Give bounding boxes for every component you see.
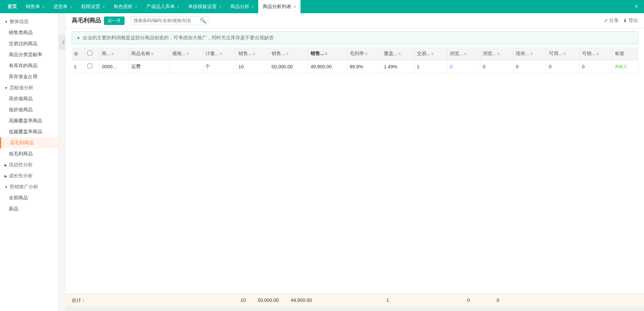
col-checkbox bbox=[85, 47, 100, 60]
top-nav: 首页 销售单 × 进货单 × 权限设置 × 角色授权 × 产成品入库单 × 单据… bbox=[0, 0, 644, 13]
tab-analysis-list[interactable]: 商品分析列表 × bbox=[258, 0, 300, 13]
tab-template[interactable]: 单据模板设置 × bbox=[184, 0, 226, 13]
tab-home[interactable]: 首页 bbox=[3, 0, 21, 13]
col-sales-cost[interactable]: 销售...⇅ bbox=[308, 47, 347, 60]
col-transaction[interactable]: 交易...⇅ bbox=[414, 47, 447, 60]
cell-unit: 个 bbox=[203, 60, 236, 73]
footer-transaction: 1 bbox=[366, 297, 391, 303]
close-tab-permission[interactable]: × bbox=[102, 4, 105, 9]
sidebar-item-high-value[interactable]: 高价值商品 bbox=[0, 93, 58, 104]
col-tag[interactable]: 标签 bbox=[612, 47, 638, 60]
close-tab-sales[interactable]: × bbox=[42, 4, 44, 9]
cell-code: 0000... bbox=[100, 60, 129, 73]
export-icon: ⬇ bbox=[623, 18, 627, 23]
content-area: 高毛利商品 近一月 🔍 ↗ 分享 ⬇ 导出 ✦ 企业的主要的利润都是这部分商品创… bbox=[66, 13, 644, 311]
arrow-icon-growth: ▶ bbox=[4, 174, 7, 178]
sidebar-item-low-margin[interactable]: 低毛利商品 bbox=[0, 148, 58, 159]
col-saleable[interactable]: 可销...⇅ bbox=[579, 47, 612, 60]
footer-sales-qty: 10 bbox=[226, 297, 248, 303]
sidebar-item-low-freq[interactable]: 低频覆盖率商品 bbox=[0, 126, 58, 137]
col-settings[interactable]: ⚙ bbox=[72, 47, 85, 60]
sidebar: ▼ 整体信息 销售类商品 交易过的商品 商品分类贡献率 有库存的商品 库存资金占… bbox=[0, 13, 59, 311]
data-table: ⚙ 商...⇅ 商品名称⇅ 规格...⇅ 计量...⇅ 销售...⇅ 销售...… bbox=[72, 47, 638, 73]
col-code[interactable]: 商...⇅ bbox=[100, 47, 129, 60]
col-spec[interactable]: 规格...⇅ bbox=[170, 47, 203, 60]
search-icon[interactable]: 🔍 bbox=[200, 18, 206, 23]
sidebar-item-new-goods[interactable]: 新品 bbox=[0, 203, 58, 214]
col-current-stock[interactable]: 现有...⇅ bbox=[514, 47, 547, 60]
sidebar-section-trend[interactable]: ▶ 流趋性分析 bbox=[0, 159, 58, 170]
close-tab-template[interactable]: × bbox=[219, 4, 221, 9]
col-available[interactable]: 可用...⇅ bbox=[547, 47, 580, 60]
close-tab-purchase[interactable]: × bbox=[70, 4, 72, 9]
footer-label: 合计： bbox=[72, 297, 101, 304]
sidebar-item-high-margin[interactable]: 高毛利商品 bbox=[0, 137, 58, 148]
select-all-checkbox[interactable] bbox=[87, 51, 92, 55]
cell-sales-amount: 50,000.00 bbox=[269, 60, 308, 73]
sidebar-section-marketing[interactable]: ▼ 营销推广分析 bbox=[0, 181, 58, 192]
info-banner: ✦ 企业的主要的利润都是这部分商品创造的，可考虑加大推广，同时关注库存是不要出现… bbox=[72, 31, 638, 44]
table-row: 1 0000... 运费 个 10 50,000.00 49,900.00 99… bbox=[72, 60, 638, 73]
sidebar-item-traded-goods[interactable]: 交易过的商品 bbox=[0, 38, 58, 49]
cell-browse1: 0 bbox=[447, 60, 481, 73]
cell-sales-cost: 49,900.00 bbox=[308, 60, 347, 73]
period-button[interactable]: 近一月 bbox=[104, 17, 125, 25]
sidebar-item-all-goods[interactable]: 全部商品 bbox=[0, 192, 58, 203]
sidebar-wrapper: ▼ 整体信息 销售类商品 交易过的商品 商品分类贡献率 有库存的商品 库存资金占… bbox=[0, 13, 66, 311]
tab-role[interactable]: 角色授权 × bbox=[109, 0, 141, 13]
cell-coverage: 1.49% bbox=[381, 60, 414, 73]
close-tab-analysis[interactable]: × bbox=[252, 4, 254, 9]
cell-browse2: 0 bbox=[481, 60, 514, 73]
col-sales-amount[interactable]: 销售...⇅ bbox=[269, 47, 308, 60]
arrow-icon-trend: ▶ bbox=[4, 163, 7, 167]
tab-purchase[interactable]: 进货单 × bbox=[49, 0, 76, 13]
tab-permission[interactable]: 权限设置 × bbox=[77, 0, 109, 13]
col-name[interactable]: 商品名称⇅ bbox=[129, 47, 170, 60]
close-tab-finished[interactable]: × bbox=[177, 4, 179, 9]
export-button[interactable]: ⬇ 导出 bbox=[623, 17, 638, 24]
cell-tag: 高收入 bbox=[612, 60, 638, 73]
sidebar-section-overall[interactable]: ▼ 整体信息 bbox=[0, 16, 58, 27]
share-button[interactable]: ↗ 分享 bbox=[604, 17, 619, 24]
cell-sales-qty: 10 bbox=[236, 60, 269, 73]
col-coverage[interactable]: 覆盖...⇅ bbox=[381, 47, 414, 60]
footer-current-stock: 0 bbox=[443, 297, 472, 303]
cell-checkbox bbox=[85, 60, 100, 73]
sidebar-section-growth[interactable]: ▶ 成长性分析 bbox=[0, 170, 58, 181]
col-sales-qty[interactable]: 销售...⇅ bbox=[236, 47, 269, 60]
sidebar-item-inventory-occupy[interactable]: 库存资金占用 bbox=[0, 71, 58, 82]
sidebar-section-value[interactable]: ▼ 贡献值分析 bbox=[0, 82, 58, 93]
cell-num: 1 bbox=[72, 60, 85, 73]
col-browse2[interactable]: 浏览...⇅ bbox=[481, 47, 514, 60]
search-box: 🔍 bbox=[130, 16, 209, 25]
tab-analysis[interactable]: 商品分析 × bbox=[226, 0, 258, 13]
sidebar-item-low-value[interactable]: 低价值商品 bbox=[0, 104, 58, 115]
col-browse1[interactable]: 浏览...⇅ bbox=[447, 47, 481, 60]
tab-sales[interactable]: 销售单 × bbox=[21, 0, 49, 13]
sidebar-item-high-freq[interactable]: 高频覆盖率商品 bbox=[0, 115, 58, 126]
footer-sales-cost: 49,900.00 bbox=[281, 297, 314, 303]
row-checkbox[interactable] bbox=[87, 64, 92, 68]
search-input[interactable] bbox=[134, 18, 200, 23]
sidebar-item-inventory-goods[interactable]: 有库存的商品 bbox=[0, 60, 58, 71]
close-tab-role[interactable]: × bbox=[135, 4, 137, 9]
close-tab-analysis-list[interactable]: × bbox=[294, 4, 296, 9]
content-header: 高毛利商品 近一月 🔍 ↗ 分享 ⬇ 导出 bbox=[66, 13, 644, 28]
sidebar-item-analysis-contrib[interactable]: 商品分类贡献率 bbox=[0, 49, 58, 60]
horizontal-scrollbar[interactable] bbox=[66, 307, 644, 311]
sidebar-collapse-button[interactable]: 《 bbox=[59, 35, 66, 50]
page-title: 高毛利商品 bbox=[72, 17, 101, 25]
tab-finished[interactable]: 产成品入库单 × bbox=[142, 0, 184, 13]
cell-available: 0 bbox=[547, 60, 580, 73]
arrow-icon-marketing: ▼ bbox=[4, 185, 8, 189]
sidebar-item-sales-goods[interactable]: 销售类商品 bbox=[0, 27, 58, 38]
col-margin-rate[interactable]: 毛利率⇅ bbox=[347, 47, 381, 60]
info-icon: ✦ bbox=[76, 35, 80, 41]
close-all-tabs[interactable]: × bbox=[632, 3, 641, 10]
table-header-row: ⚙ 商...⇅ 商品名称⇅ 规格...⇅ 计量...⇅ 销售...⇅ 销售...… bbox=[72, 47, 638, 60]
col-unit[interactable]: 计量...⇅ bbox=[203, 47, 236, 60]
cell-saleable: 0 bbox=[579, 60, 612, 73]
cell-name: 运费 bbox=[129, 60, 170, 73]
arrow-icon: ▼ bbox=[4, 20, 8, 24]
cell-current-stock: 0 bbox=[514, 60, 547, 73]
